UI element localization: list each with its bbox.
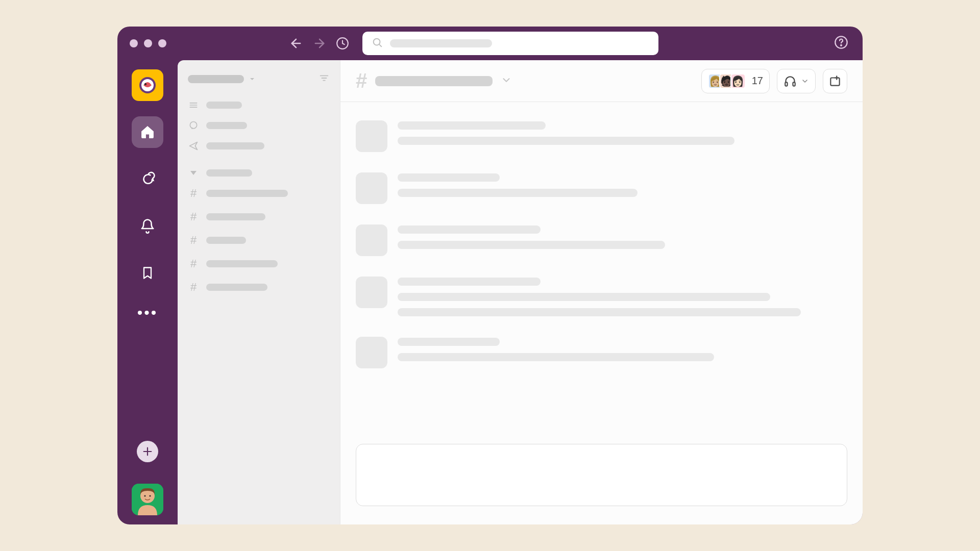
message-item[interactable] (356, 277, 847, 316)
sidebar-label-skeleton (206, 142, 264, 149)
channel-name-skeleton (206, 260, 278, 267)
workspace-logo-icon (136, 74, 159, 96)
sidebar-item[interactable] (188, 141, 330, 151)
channel-item[interactable]: # (188, 281, 330, 294)
sidebar-channels-section: # # # # # (188, 169, 330, 294)
section-label-skeleton (206, 169, 252, 177)
channel-item[interactable]: # (188, 210, 330, 223)
section-header[interactable] (188, 169, 330, 177)
svg-point-14 (144, 495, 145, 496)
channel-item[interactable]: # (188, 187, 330, 200)
message-composer[interactable] (356, 444, 847, 506)
maximize-window[interactable] (158, 39, 166, 47)
svg-point-15 (149, 495, 151, 496)
channel-name-skeleton (375, 76, 493, 86)
message-item[interactable] (356, 337, 847, 368)
rail-later[interactable] (132, 257, 163, 289)
svg-point-6 (841, 45, 842, 46)
rail-more[interactable]: ••• (137, 304, 158, 321)
message-avatar (356, 277, 387, 308)
channel-sidebar: # # # # # (178, 60, 340, 524)
headphones-icon (783, 74, 797, 88)
hash-icon: # (188, 281, 199, 294)
avatar-icon (132, 484, 163, 515)
channel-item[interactable]: # (188, 234, 330, 247)
rail-activity[interactable] (132, 210, 163, 242)
add-button[interactable] (137, 441, 158, 462)
hash-icon: # (188, 187, 199, 200)
message-avatar (356, 337, 387, 368)
list-icon (188, 100, 199, 110)
search-placeholder-skeleton (390, 39, 492, 47)
content-area: # # # # # # (178, 60, 863, 524)
search-input[interactable] (362, 32, 658, 55)
svg-rect-24 (793, 82, 795, 86)
channel-item[interactable]: # (188, 257, 330, 270)
svg-line-4 (379, 44, 381, 46)
history-nav (289, 36, 349, 51)
channel-header: # 👩🏼 🧑🏿 👩🏻 17 (340, 60, 863, 102)
back-button[interactable] (289, 36, 303, 51)
workspace-name-skeleton (188, 75, 244, 83)
thread-icon (188, 120, 199, 131)
help-button[interactable] (834, 35, 848, 52)
message-avatar (356, 172, 387, 204)
channel-name-skeleton (206, 213, 265, 220)
members-button[interactable]: 👩🏼 🧑🏿 👩🏻 17 (701, 69, 770, 93)
minimize-window[interactable] (144, 39, 152, 47)
message-list (340, 102, 863, 438)
sidebar-label-skeleton (206, 102, 242, 109)
home-icon (140, 124, 155, 140)
member-avatars: 👩🏼 🧑🏿 👩🏻 (708, 73, 746, 89)
bookmark-icon (140, 265, 155, 281)
user-avatar[interactable] (132, 484, 163, 515)
canvas-button[interactable] (823, 69, 847, 93)
message-item[interactable] (356, 224, 847, 256)
forward-button[interactable] (312, 36, 327, 51)
workspace-switcher[interactable] (132, 69, 163, 101)
message-avatar (356, 120, 387, 152)
svg-point-22 (190, 122, 197, 129)
search-icon (372, 37, 383, 50)
sidebar-label-skeleton (206, 122, 247, 129)
huddle-button[interactable] (777, 69, 816, 93)
canvas-icon (828, 74, 842, 88)
channel-title[interactable]: # (356, 69, 512, 92)
titlebar (117, 27, 863, 60)
history-button[interactable] (336, 37, 349, 50)
sidebar-item[interactable] (188, 120, 330, 131)
message-avatar (356, 224, 387, 256)
send-icon (188, 141, 199, 151)
member-avatar-icon: 👩🏻 (730, 73, 746, 89)
channel-main: # 👩🏼 🧑🏿 👩🏻 17 (340, 60, 863, 524)
channel-name-skeleton (206, 190, 288, 197)
hash-icon: # (188, 257, 199, 270)
close-window[interactable] (130, 39, 138, 47)
member-count: 17 (752, 75, 763, 87)
channel-name-skeleton (206, 237, 246, 244)
channel-name-skeleton (206, 284, 267, 291)
chevron-down-icon (801, 77, 809, 85)
workspace-header[interactable] (188, 72, 330, 86)
composer-area (340, 438, 863, 524)
filter-button[interactable] (318, 72, 330, 86)
app-window: ••• (117, 27, 863, 524)
sidebar-item[interactable] (188, 100, 330, 110)
hash-icon: # (356, 69, 367, 92)
plus-icon (142, 446, 153, 457)
app-body: ••• (117, 60, 863, 524)
rail-dms[interactable] (132, 163, 163, 195)
bell-icon (140, 218, 155, 234)
svg-rect-25 (830, 78, 839, 85)
nav-rail: ••• (117, 60, 178, 524)
window-controls[interactable] (130, 39, 166, 47)
message-item[interactable] (356, 120, 847, 152)
caret-down-icon (190, 171, 197, 175)
message-item[interactable] (356, 172, 847, 204)
svg-rect-23 (785, 82, 787, 86)
svg-point-9 (144, 83, 146, 85)
hash-icon: # (188, 210, 199, 223)
dm-icon (140, 171, 155, 187)
rail-home[interactable] (132, 116, 163, 148)
chevron-down-icon (501, 74, 512, 88)
